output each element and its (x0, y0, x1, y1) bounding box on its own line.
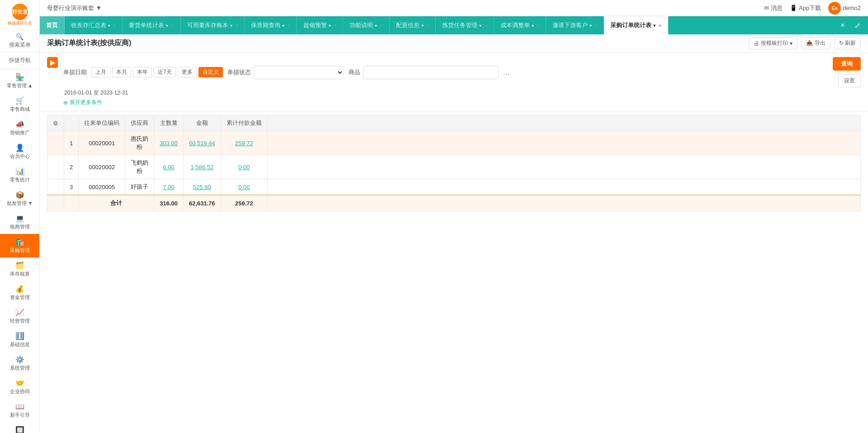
sidebar-item-retail-stat[interactable]: 📊 零售统计 (0, 163, 39, 187)
query-btn[interactable]: 查询 (833, 57, 861, 71)
sidebar-item-retail-mgmt[interactable]: 🏪 零售管理 ▲ (0, 69, 39, 93)
maximize-window-btn[interactable]: ⤢ (851, 19, 863, 32)
sidebar-item-label: 经营管理 (10, 318, 30, 324)
sidebar-item-inventory[interactable]: 🗂️ 库存核算 (0, 257, 39, 281)
date-custom-btn[interactable]: 自定义 (198, 67, 223, 77)
tab-invite[interactable]: 邀请下游客户 ▾ × (546, 16, 604, 34)
row-amount-cell[interactable]: 60,519.44 (184, 131, 221, 155)
tab-close-icon[interactable]: × (287, 23, 290, 28)
sidebar-search-btn[interactable]: 🔍 搜索菜单 (0, 30, 39, 52)
sidebar-item-marketing[interactable]: 📣 营销推广 (0, 116, 39, 140)
amount-link[interactable]: 60,519.44 (189, 140, 215, 147)
date-7days-btn[interactable]: 近7天 (154, 67, 176, 77)
sidebar-item-enterprise-collab[interactable]: 🤝 企业协同 (0, 375, 39, 399)
sidebar-item-sys-mgmt[interactable]: ⚙️ 系统管理 (0, 352, 39, 375)
sidebar-item-retail-store[interactable]: 🛒 零售商城 (0, 93, 39, 116)
filter-toggle-btn[interactable]: ▶ (47, 57, 58, 68)
sidebar-item-ops[interactable]: 📈 经营管理 (0, 305, 39, 328)
amount-link[interactable]: 525.80 (193, 184, 211, 190)
tab-close-icon[interactable]: × (594, 23, 597, 28)
sidebar-item-wholesale[interactable]: 📦 批发管理 ▼ (0, 187, 39, 210)
nav-tabs: 首页 收发存汇总表 ▾ × 要货单统计表 ▾ × 可用量库存账本 ▾ × 保质期… (40, 16, 832, 34)
tab-expiry[interactable]: 保质期查询 ▾ × (245, 16, 297, 34)
user-profile-btn[interactable]: Ea demo2 (828, 2, 861, 14)
retail-stat-icon: 📊 (15, 167, 24, 176)
sidebar-item-finance[interactable]: 💰 资金管理 (0, 281, 39, 305)
app-download-icon: 📱 (790, 5, 797, 11)
goods-filter-input[interactable] (363, 66, 499, 79)
tab-close-icon[interactable]: × (537, 23, 539, 28)
brand-label: 畅捷通好生意 (8, 21, 32, 26)
sidebar-shortcut-nav[interactable]: 快捷导航 (0, 52, 39, 69)
date-more-btn[interactable]: 更多 (178, 67, 197, 77)
row-main-qty-cell[interactable]: 7.00 (154, 179, 184, 195)
col-settings-header[interactable]: ⚙ (47, 115, 64, 131)
tab-close-icon[interactable]: × (426, 23, 429, 28)
main-area: 母婴行业演示账套 ▼ ✉ 消息 📱 App下载 Ea demo2 (40, 0, 868, 433)
tab-arrow: ▾ (653, 23, 656, 28)
date-last-month-btn[interactable]: 上月 (91, 67, 110, 77)
refresh-btn[interactable]: ↻ 刷新 (834, 37, 861, 49)
tab-close-icon[interactable]: × (380, 23, 382, 28)
date-this-year-btn[interactable]: 本年 (133, 67, 152, 77)
tab-purchase-order-stat[interactable]: 采购订单统计表 ▾ × (604, 16, 668, 34)
main-qty-link[interactable]: 7.00 (163, 184, 174, 190)
row-paid-amount-cell[interactable]: 0.00 (221, 179, 267, 195)
sidebar-item-ecommerce[interactable]: 💻 电商管理 (0, 210, 39, 234)
sidebar-item-label: 零售商城 (10, 106, 30, 113)
account-selector-arrow: ▼ (96, 5, 102, 11)
tab-close-icon[interactable]: × (113, 23, 116, 28)
basic-info-icon: ℹ️ (15, 332, 24, 340)
tab-cost-adjust[interactable]: 成本调整单 ▾ × (494, 16, 546, 34)
tab-config[interactable]: 配置信息 ▾ × (390, 16, 436, 34)
row-amount-cell[interactable]: 1,586.52 (184, 155, 221, 179)
tab-close-icon[interactable]: × (235, 23, 238, 28)
sidebar-item-purchase[interactable]: 🛍️ 采购管理 (0, 234, 39, 257)
close-window-btn[interactable]: × (836, 19, 849, 32)
sidebar-item-app-center[interactable]: 🔲 应用中心 (0, 422, 39, 433)
sidebar-item-label: 零售管理 ▲ (7, 82, 33, 89)
status-filter-select[interactable] (254, 66, 344, 79)
tab-close-icon[interactable]: × (171, 23, 174, 28)
sidebar-item-member[interactable]: 👤 会员中心 (0, 140, 39, 163)
summary-label-cell: 合计 (79, 195, 154, 211)
paid-amount-link[interactable]: 259.72 (235, 140, 253, 147)
row-supplier-name-cell: 好孩子 (125, 179, 154, 195)
settings-btn[interactable]: 设置 (838, 74, 861, 87)
tab-func-desc[interactable]: 功能说明 ▾ × (343, 16, 389, 34)
paid-amount-link[interactable]: 0.00 (238, 164, 250, 171)
shortcut-nav-label[interactable]: 快捷导航 (0, 54, 39, 67)
expand-filter-btn[interactable]: ⊕ 展开更多条件 (63, 99, 102, 106)
main-qty-link[interactable]: 6.00 (163, 164, 174, 171)
tab-home[interactable]: 首页 (40, 16, 65, 34)
tab-close-icon[interactable]: × (484, 23, 487, 28)
app-download-btn[interactable]: 📱 App下载 (790, 4, 821, 12)
sidebar-item-label: 营销推广 (10, 129, 30, 136)
sidebar-item-new-guide[interactable]: 📖 新手引导 (0, 399, 39, 422)
export-btn[interactable]: 📤 导出 (801, 37, 830, 49)
tab-pick-task[interactable]: 拣货任务管理 ▾ × (436, 16, 494, 34)
date-this-month-btn[interactable]: 本月 (112, 67, 131, 77)
print-icon: 🖨 (754, 40, 759, 47)
row-paid-amount-cell[interactable]: 259.72 (221, 131, 267, 155)
topbar-right: ✉ 消息 📱 App下载 Ea demo2 (764, 2, 861, 14)
message-icon: ✉ (764, 5, 769, 11)
paid-amount-link[interactable]: 0.00 (238, 184, 250, 190)
sidebar-item-basic-info[interactable]: ℹ️ 基础信息 (0, 328, 39, 352)
row-main-qty-cell[interactable]: 6.00 (154, 155, 184, 179)
tab-available-stock[interactable]: 可用量库存账本 ▾ × (181, 16, 245, 34)
main-qty-link[interactable]: 303.00 (160, 140, 178, 147)
tab-recv-send[interactable]: 收发存汇总表 ▾ × (65, 16, 123, 34)
account-selector[interactable]: 母婴行业演示账套 ▼ (47, 4, 102, 12)
message-btn[interactable]: ✉ 消息 (764, 4, 783, 12)
print-btn[interactable]: 🖨 按模板打印 ▾ (749, 37, 797, 49)
goods-filter-more-btn[interactable]: ... (501, 67, 512, 77)
row-amount-cell[interactable]: 525.80 (184, 179, 221, 195)
tab-overstock[interactable]: 超储预警 ▾ × (297, 16, 343, 34)
tab-close-icon[interactable]: × (334, 23, 336, 28)
row-paid-amount-cell[interactable]: 0.00 (221, 155, 267, 179)
tab-close-icon[interactable]: × (658, 23, 661, 28)
row-main-qty-cell[interactable]: 303.00 (154, 131, 184, 155)
tab-req-stat[interactable]: 要货单统计表 ▾ × (123, 16, 180, 34)
amount-link[interactable]: 1,586.52 (191, 164, 214, 171)
